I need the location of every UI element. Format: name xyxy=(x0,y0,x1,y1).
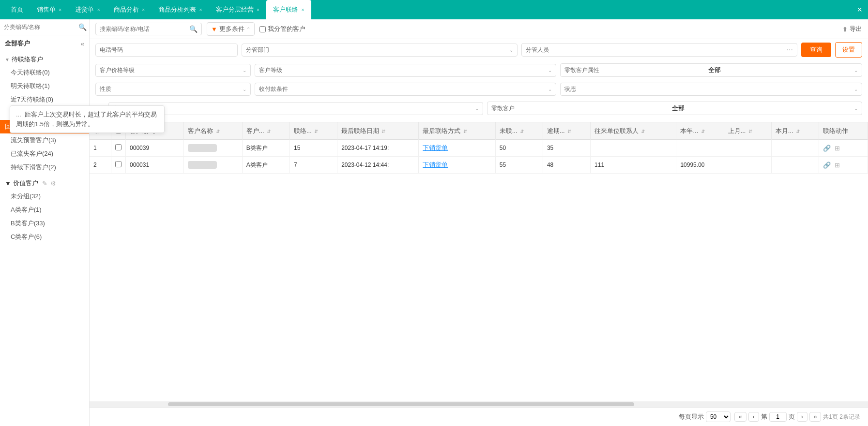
nav-sales[interactable]: 销售单 × xyxy=(30,0,68,19)
nav-home[interactable]: 首页 xyxy=(4,0,30,19)
status-chevron-icon: ⌄ xyxy=(854,87,858,92)
row2-grid-icon[interactable]: ⊞ xyxy=(835,162,840,169)
set-button[interactable]: 设置 xyxy=(835,42,862,58)
table-row: 1 000039 B类客户 15 2023-04-17 14:19: xyxy=(90,140,868,157)
data-table-wrap: ⚙ 客户编码 ⇵ 客户名称 ⇵ xyxy=(90,122,868,401)
filter-retail-customer[interactable]: 零散客户 全部 ⌄ xyxy=(487,102,862,115)
sidebar-value-section[interactable]: ▼ 价值客户 ✎ ⚙ xyxy=(0,176,89,190)
col-overdue-sort-icon[interactable]: ⇵ xyxy=(567,129,571,134)
last-page-button[interactable]: » xyxy=(809,412,822,422)
col-this-year: 本年... ⇵ xyxy=(676,122,724,140)
sidebar-search-icon[interactable]: 🔍 xyxy=(78,23,87,31)
col-contact-sort-icon[interactable]: ⇵ xyxy=(314,129,318,134)
sidebar-item-churn-warning[interactable]: 流失预警客户(3) xyxy=(0,133,89,147)
nav-product-list[interactable]: 商品分析列表 × xyxy=(152,0,209,19)
value-section-edit-icon[interactable]: ✎ xyxy=(42,180,47,187)
sidebar-item-today[interactable]: 今天待联络(0) xyxy=(0,66,89,79)
filter-customer-level[interactable]: 客户等级 ⌄ xyxy=(255,64,557,77)
page-navigation: « ‹ 第 页 › » 共1页 2条记录 xyxy=(734,412,860,422)
nav-purchase-close[interactable]: × xyxy=(97,7,100,13)
sidebar-item-a-class[interactable]: A类客户(1) xyxy=(0,203,89,217)
nav-customer-contact-close[interactable]: × xyxy=(301,7,304,13)
row1-checkbox[interactable] xyxy=(115,144,122,150)
col-unit-sort-icon[interactable]: ⇵ xyxy=(641,129,645,134)
col-uncontact-sort-icon[interactable]: ⇵ xyxy=(520,129,524,134)
row2-checkbox[interactable] xyxy=(115,161,122,167)
row1-grid-icon[interactable]: ⊞ xyxy=(835,145,840,152)
nav-customer-contact[interactable]: 客户联络 × xyxy=(266,0,311,19)
col-type-sort-icon[interactable]: ⇵ xyxy=(267,129,271,134)
col-name-sort-icon[interactable]: ⇵ xyxy=(216,129,220,134)
search-input[interactable] xyxy=(100,26,189,32)
sidebar-item-churned[interactable]: 已流失客户(24) xyxy=(0,147,89,161)
filter-icon: ▼ xyxy=(211,26,217,33)
page-number-input[interactable] xyxy=(769,412,787,422)
horizontal-scrollbar[interactable] xyxy=(90,401,868,407)
search-icon[interactable]: 🔍 xyxy=(189,25,198,33)
sidebar-item-ungrouped[interactable]: 未分组(32) xyxy=(0,190,89,203)
col-last-method: 最后联络方式 ⇵ xyxy=(419,122,495,140)
filter-person[interactable]: 分管人员 ··· xyxy=(521,43,797,57)
row2-link-icon[interactable]: 🔗 xyxy=(823,162,831,169)
prev-page-button[interactable]: ‹ xyxy=(748,412,759,422)
main-layout: 🔍 全部客户 « ▼ 待联络客户 今天待联络(0) 明天待联络(1) 近7天待联… xyxy=(0,19,868,426)
row1-last-month xyxy=(724,140,771,157)
filter-status[interactable]: 状态 ⌄ xyxy=(560,83,862,96)
per-page-label: 每页显示 xyxy=(679,412,704,421)
col-this-year-sort-icon[interactable]: ⇵ xyxy=(701,129,705,134)
first-page-button[interactable]: « xyxy=(734,412,746,422)
filter-phone[interactable]: 电话号码 xyxy=(95,44,238,57)
col-last-date-sort-icon[interactable]: ⇵ xyxy=(381,129,385,134)
sidebar-item-c-class[interactable]: C类客户(6) xyxy=(0,230,89,244)
value-section-settings-icon[interactable]: ⚙ xyxy=(50,180,56,187)
sidebar-item-declining[interactable]: 持续下滑客户(2) xyxy=(0,161,89,174)
customer-level-chevron-icon: ⌄ xyxy=(548,68,552,73)
sidebar-pending-section[interactable]: ▼ 待联络客户 xyxy=(0,52,89,66)
filter-customer-type[interactable]: 客户类型 ⌄ xyxy=(108,102,484,115)
dept-chevron-icon: ⌄ xyxy=(509,47,513,53)
sidebar-search-input[interactable] xyxy=(4,24,76,30)
filter-gender[interactable]: 性质 ⌄ xyxy=(95,83,251,96)
nav-product-list-close[interactable]: × xyxy=(199,7,202,13)
window-close-button[interactable]: × xyxy=(857,5,862,15)
sidebar-item-7days[interactable]: 近7天待联络(0) xyxy=(0,93,89,106)
filter-payment[interactable]: 收付款条件 ⌄ xyxy=(255,83,557,96)
sidebar-item-tomorrow[interactable]: 明天待联络(1) xyxy=(0,79,89,93)
row2-no: 2 xyxy=(90,157,111,174)
page-unit: 页 xyxy=(789,412,795,421)
sidebar-collapse-icon[interactable]: « xyxy=(81,40,84,47)
gender-chevron-icon: ⌄ xyxy=(243,87,246,92)
row2-code: 000031 xyxy=(126,157,184,174)
row1-no: 1 xyxy=(90,140,111,157)
export-button[interactable]: ⇧ 导出 xyxy=(842,25,862,33)
scrollbar-thumb[interactable] xyxy=(168,402,634,406)
sidebar-item-b-class[interactable]: B类客户(33) xyxy=(0,217,89,230)
nav-product-analysis[interactable]: 商品分析 × xyxy=(107,0,152,19)
filter-retail-attr[interactable]: 零散客户属性 全部 ⌄ xyxy=(560,63,862,77)
sidebar-all-customers[interactable]: 全部客户 « xyxy=(0,35,89,52)
status-label: 状态 xyxy=(564,85,852,93)
filter-more-btn[interactable]: ▼ 更多条件 ⌃ xyxy=(207,22,255,36)
row1-overdue: 35 xyxy=(543,140,590,157)
my-customers-checkbox[interactable] xyxy=(259,26,266,32)
filter-price-level[interactable]: 客户价格等级 ⌄ xyxy=(95,64,251,77)
row1-link-icon[interactable]: 🔗 xyxy=(823,145,831,152)
row2-last-method-link[interactable]: 下销货单 xyxy=(423,161,448,168)
next-page-button[interactable]: › xyxy=(797,412,807,422)
per-page-select[interactable]: 50 100 200 xyxy=(706,411,731,422)
filter-dept[interactable]: 分管部门 ⌄ xyxy=(242,44,518,57)
col-this-month-sort-icon[interactable]: ⇵ xyxy=(796,129,800,134)
query-button[interactable]: 查询 xyxy=(801,43,831,57)
customer-type-chevron-icon: ⌄ xyxy=(475,106,479,111)
nav-sales-close[interactable]: × xyxy=(59,7,61,13)
row1-last-method-link[interactable]: 下销货单 xyxy=(423,144,448,151)
filter-row-4: ... 客户类型 ⌄ 零散客户 全部 ⌄ xyxy=(95,99,862,118)
col-unit-contact: 往来单位联系人 ⇵ xyxy=(591,122,676,140)
nav-customer-tier-close[interactable]: × xyxy=(257,7,259,13)
nav-purchase[interactable]: 进货单 × xyxy=(68,0,107,19)
col-last-month-sort-icon[interactable]: ⇵ xyxy=(748,129,752,134)
nav-product-analysis-close[interactable]: × xyxy=(142,7,145,13)
col-last-method-sort-icon[interactable]: ⇵ xyxy=(463,129,467,134)
nav-customer-tier[interactable]: 客户分层经营 × xyxy=(209,0,266,19)
sidebar-search-area: 🔍 xyxy=(0,19,89,35)
